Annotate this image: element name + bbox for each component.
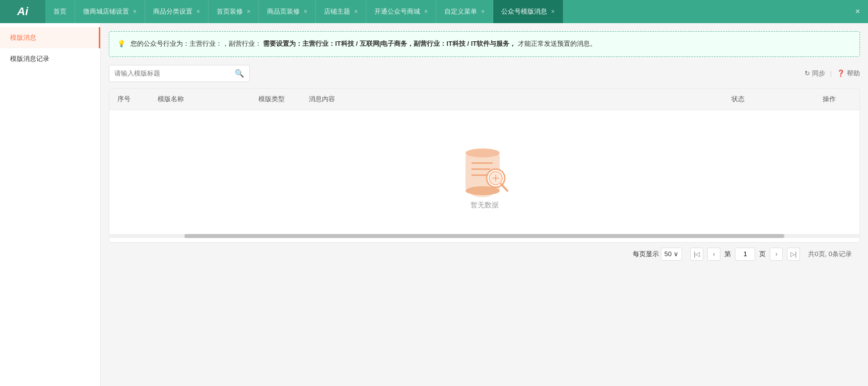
nav-tab-label: 公众号模版消息: [501, 7, 547, 16]
svg-point-2: [465, 148, 500, 158]
nav-tab-label: 自定义菜单: [444, 7, 477, 16]
current-page-input[interactable]: [735, 248, 755, 261]
nav-tab-shop-theme[interactable]: 店铺主题 ×: [316, 0, 366, 23]
search-bar: 🔍 ↻ 同步 | ❓ 帮助: [109, 65, 860, 82]
page-size-label: 每页显示: [633, 250, 659, 259]
nav-tab-label: 商品分类设置: [153, 7, 192, 16]
action-divider: |: [830, 69, 832, 77]
data-table: 序号 模版名称 模版类型 消息内容 状态 操作: [109, 88, 860, 243]
col-name: 模版名称: [150, 89, 250, 110]
nav-tab-template-msg[interactable]: 公众号模版消息 ×: [493, 0, 563, 23]
help-button[interactable]: ❓ 帮助: [837, 69, 860, 78]
tab-close-icon[interactable]: ×: [481, 8, 485, 15]
nav-tab-category-settings[interactable]: 商品分类设置 ×: [145, 0, 209, 23]
next-page-icon: ›: [775, 251, 777, 258]
tab-close-icon[interactable]: ×: [304, 8, 307, 15]
next-page-button[interactable]: ›: [770, 248, 783, 261]
sync-label: 同步: [812, 69, 825, 78]
tab-close-icon[interactable]: ×: [424, 8, 428, 15]
col-seq: 序号: [109, 89, 150, 110]
col-content: 消息内容: [301, 89, 723, 110]
tab-close-icon[interactable]: ×: [354, 8, 358, 15]
sync-icon: ↻: [805, 69, 810, 77]
search-icon[interactable]: 🔍: [235, 69, 244, 78]
alert-highlight: 需要设置为：主营行业：IT科技 / 互联网|电子商务，副营行业：IT科技 / I…: [263, 40, 516, 47]
first-page-icon: |◁: [694, 251, 700, 258]
empty-state: 暂无数据: [109, 110, 859, 230]
first-page-button[interactable]: |◁: [690, 248, 703, 261]
nav-tab-label: 首页装修: [217, 7, 243, 16]
nav-tab-label: 商品页装修: [267, 7, 300, 16]
last-page-icon: ▷|: [790, 251, 796, 258]
tab-close-icon[interactable]: ×: [551, 8, 555, 15]
sidebar-item-template-msg[interactable]: 模版消息: [0, 27, 100, 48]
page-unit: 页: [759, 250, 766, 259]
page-size-chevron-icon: ∨: [674, 250, 679, 258]
total-info: 共0页, 0条记录: [808, 250, 852, 259]
alert-prefix: 您的公众号行业为：主营行业：，副营行业：: [130, 40, 261, 47]
alert-suffix: 才能正常发送预置的消息。: [518, 40, 596, 47]
nav-tab-custom-menu[interactable]: 自定义菜单 ×: [436, 0, 493, 23]
help-icon: ❓: [837, 69, 845, 77]
alert-icon: 💡: [117, 40, 125, 47]
nav-tab-label: 首页: [53, 7, 66, 16]
top-navigation: Ai 首页微商城店铺设置 ×商品分类设置 ×首页装修 ×商品页装修 ×店铺主题 …: [0, 0, 868, 23]
nav-tab-shop-settings[interactable]: 微商城店铺设置 ×: [75, 0, 145, 23]
tab-close-icon[interactable]: ×: [247, 8, 250, 15]
page-size-select-box[interactable]: 50 ∨: [661, 248, 682, 261]
col-type: 模版类型: [250, 89, 301, 110]
nav-tab-label: 店铺主题: [324, 7, 350, 16]
nav-tab-list: 首页微商城店铺设置 ×商品分类设置 ×首页装修 ×商品页装修 ×店铺主题 ×开通…: [45, 0, 847, 23]
content-area: 💡 您的公众号行业为：主营行业：，副营行业： 需要设置为：主营行业：IT科技 /…: [101, 23, 868, 386]
page-word: 第: [724, 250, 731, 259]
table-header: 序号 模版名称 模版类型 消息内容 状态 操作: [109, 89, 859, 110]
sidebar-item-template-msg-records[interactable]: 模版消息记录: [0, 48, 100, 69]
search-input-wrap[interactable]: 🔍: [109, 65, 250, 82]
nav-tab-label: 开通公众号商城: [374, 7, 420, 16]
search-actions: ↻ 同步 | ❓ 帮助: [805, 69, 860, 78]
page-size-value: 50: [664, 250, 672, 258]
empty-text: 暂无数据: [471, 201, 499, 210]
industry-alert: 💡 您的公众号行业为：主营行业：，副营行业： 需要设置为：主营行业：IT科技 /…: [109, 31, 860, 57]
page-size-selector: 每页显示 50 ∨: [633, 248, 682, 261]
scroll-thumb[interactable]: [184, 234, 784, 238]
empty-illustration: [454, 140, 515, 201]
sidebar: 模版消息模版消息记录: [0, 23, 101, 386]
nav-tab-open-mall[interactable]: 开通公众号商城 ×: [366, 0, 436, 23]
horizontal-scrollbar[interactable]: [109, 234, 859, 238]
last-page-button[interactable]: ▷|: [787, 248, 800, 261]
main-layout: 模版消息模版消息记录 💡 您的公众号行业为：主营行业：，副营行业： 需要设置为：…: [0, 23, 868, 386]
prev-page-icon: ‹: [713, 251, 715, 258]
nav-tab-home[interactable]: 首页: [45, 0, 75, 23]
col-action: 操作: [799, 89, 859, 110]
tab-close-icon[interactable]: ×: [133, 8, 137, 15]
nav-tab-home-decor[interactable]: 首页装修 ×: [209, 0, 259, 23]
col-status: 状态: [723, 89, 799, 110]
sync-button[interactable]: ↻ 同步: [805, 69, 825, 78]
help-label: 帮助: [847, 69, 860, 78]
tab-close-icon[interactable]: ×: [196, 8, 200, 15]
svg-line-9: [501, 184, 507, 191]
prev-page-button[interactable]: ‹: [707, 248, 720, 261]
nav-tab-product-decor[interactable]: 商品页装修 ×: [259, 0, 316, 23]
logo-text: Ai: [17, 5, 28, 18]
pagination: 每页显示 50 ∨ |◁ ‹ 第 页 › ▷| 共0页, 0条记录: [109, 243, 860, 266]
nav-tab-label: 微商城店铺设置: [83, 7, 129, 16]
close-all-button[interactable]: ×: [847, 0, 868, 23]
app-logo: Ai: [0, 0, 45, 23]
search-input[interactable]: [114, 69, 235, 77]
